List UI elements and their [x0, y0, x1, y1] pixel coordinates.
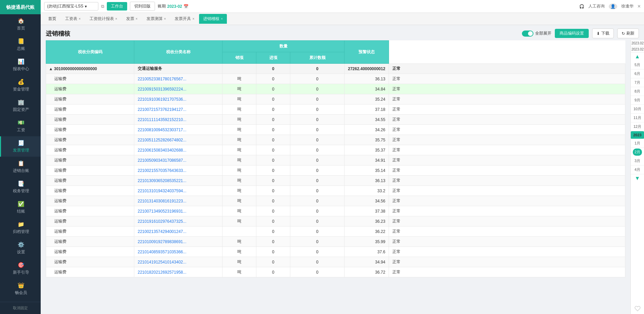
row-unit [222, 227, 256, 237]
sales-desk-icon: 📋 [18, 160, 24, 166]
row-purchase: 0 [290, 227, 345, 237]
month-10[interactable]: 10月 [631, 105, 644, 114]
tab-salary-stats[interactable]: 工资统计报表 × [85, 14, 121, 24]
row-status: 正常 [389, 64, 625, 74]
row-invoice-code: 22101408593571035366... [134, 247, 222, 257]
month-7[interactable]: 7月 [631, 78, 644, 87]
sidebar-item-archive[interactable]: 📁 归档管理 [0, 218, 41, 238]
table-row: 运输费 22101408593571035366... 吨 0 0 37.6 正… [46, 247, 625, 257]
sidebar-item-settlement[interactable]: ✅ 结账 [0, 197, 41, 218]
month-11[interactable]: 11月 [631, 114, 644, 122]
expand-toggle-label: 全部展开 [535, 31, 551, 36]
row-unit: 吨 [222, 94, 256, 104]
home-icon: 🏠 [18, 18, 24, 24]
row-cumulative: 34.91 [345, 155, 389, 165]
support-label[interactable]: 人工咨询 [588, 3, 605, 9]
tab-close-icon[interactable]: × [115, 17, 117, 21]
month-9[interactable]: 9月 [631, 96, 644, 105]
tab-close-icon[interactable]: × [136, 17, 138, 21]
calendar-down-arrow[interactable]: ▼ [634, 174, 641, 182]
refresh-button[interactable]: ↻ 刷新 [617, 28, 639, 38]
calendar-icon[interactable]: 📅 [183, 4, 189, 9]
table-row: 运输费 22100213574294001247... 0 0 36.22 正常 [46, 227, 625, 237]
sidebar-item-home[interactable]: 🏠 首页 [0, 14, 41, 35]
page-actions: 全部展开 商品编码设置 ⬇ 下载 ↻ 刷新 [522, 28, 639, 38]
sidebar-item-salary[interactable]: 💵 工资 [0, 116, 41, 136]
tab-close-icon[interactable]: × [79, 17, 81, 21]
refresh-label: 刷新 [626, 31, 635, 36]
expand-toggle-wrapper[interactable]: 全部展开 [522, 31, 551, 37]
row-sales: 0 [256, 94, 290, 104]
table-right-wrapper: 税收分类编码 税收分类名称 数量 预警状态 销项 进项 累计数额 ▲ 3 [41, 40, 644, 314]
support-icon: 🎧 [579, 4, 584, 9]
app-logo: 畅捷通易代账 [0, 0, 41, 14]
row-code: 运输费 [46, 216, 134, 227]
row-purchase: 0 [290, 104, 345, 115]
tab-invoice-open[interactable]: 发票开具 × [171, 14, 198, 24]
col-header-purchase: 进项 [256, 52, 290, 64]
month-3[interactable]: 3月 [631, 157, 644, 165]
month-1[interactable]: 1月 [631, 139, 644, 148]
sidebar-item-sales-desk[interactable]: 📋 进销台账 [0, 157, 41, 177]
month-8[interactable]: 8月 [631, 87, 644, 96]
col-header-sales: 销项 [222, 52, 256, 64]
row-unit: 吨 [222, 84, 256, 94]
sidebar-item-member[interactable]: 👑 畅会员 [0, 279, 41, 299]
settings-button[interactable]: 商品编码设置 [555, 29, 589, 38]
calendar-heart-icon[interactable] [634, 304, 641, 314]
row-invoice-code: 22100509034317086587... [134, 155, 222, 165]
sidebar-item-invoice[interactable]: 🧾 发票管理 [0, 136, 41, 157]
tab-salary-table[interactable]: 工资表 × [61, 14, 85, 24]
month-6[interactable]: 6月 [631, 70, 644, 78]
row-unit: 吨 [222, 74, 256, 84]
row-purchase: 0 [290, 115, 345, 125]
sidebar-item-assets[interactable]: 🏢 固定资产 [0, 96, 41, 116]
row-code: 运输费 [46, 135, 134, 145]
tab-close-icon[interactable]: × [192, 17, 194, 21]
month-4[interactable]: 4月 [631, 165, 644, 174]
sidebar-unpin[interactable]: 取消固定 [0, 302, 41, 314]
row-code: 运输费 [46, 206, 134, 216]
ledger-icon: 📒 [18, 38, 24, 44]
row-purchase: 0 [290, 145, 345, 155]
table-row: ▲ 3010000000000000000 交通运输服务 0 0 27262.4… [46, 64, 625, 74]
row-unit: 吨 [222, 135, 256, 145]
download-button[interactable]: ⬇ 下载 [592, 28, 614, 38]
table-wrapper: 税收分类编码 税收分类名称 数量 预警状态 销项 进项 累计数额 ▲ 3 [41, 40, 630, 314]
row-sales: 0 [256, 227, 290, 237]
history-button[interactable]: 切到旧版 [130, 2, 155, 11]
sidebar-item-label: 工资 [17, 127, 25, 133]
row-cumulative: 36.22 [345, 227, 389, 237]
workspace-button[interactable]: 工作台 [107, 2, 127, 11]
tab-close-icon[interactable]: × [221, 17, 223, 21]
member-icon: 👑 [18, 282, 24, 289]
row-sales: 0 [256, 145, 290, 155]
sidebar-item-guide[interactable]: 🎯 新手引导 [0, 258, 41, 279]
tab-label: 工资表 [65, 16, 77, 22]
sidebar-item-reports[interactable]: 📊 报表中心 [0, 55, 41, 75]
row-invoice-code: 22101309365208535221... [134, 176, 222, 186]
month-12[interactable]: 12月 [631, 122, 644, 131]
row-unit: 吨 [222, 247, 256, 257]
row-cumulative: 37.38 [345, 206, 389, 216]
expand-toggle[interactable] [522, 31, 533, 37]
month-2-active[interactable]: 2月 [633, 149, 642, 156]
sidebar-item-funds[interactable]: 💰 资金管理 [0, 75, 41, 96]
row-sales: 0 [256, 115, 290, 125]
tab-close-icon[interactable]: × [164, 17, 166, 21]
company-selector[interactable]: (勿动)江西报宝-LSS ▾ [44, 2, 98, 11]
tab-home[interactable]: 首页 [44, 14, 60, 24]
sidebar-item-settings[interactable]: ⚙️ 设置 [0, 238, 41, 258]
tab-sales-check[interactable]: 进销稽核 × [199, 14, 227, 24]
month-5[interactable]: 5月 [631, 61, 644, 70]
tab-invoice-list[interactable]: 发票 × [122, 14, 142, 24]
sidebar-item-ledger[interactable]: 📒 总账 [0, 35, 41, 55]
tab-invoice-calc[interactable]: 发票测算 × [142, 14, 170, 24]
row-invoice-code: 22101009192789838691... [134, 237, 222, 247]
calendar-up-arrow[interactable]: ▲ [634, 53, 641, 61]
year-2023[interactable]: 2023 [631, 131, 644, 139]
copy-icon[interactable]: ⧉ [101, 4, 104, 9]
close-icon[interactable]: × [638, 3, 641, 9]
sidebar-item-tax[interactable]: 📑 税务管理 [0, 177, 41, 197]
row-status: 正常 [389, 155, 625, 165]
